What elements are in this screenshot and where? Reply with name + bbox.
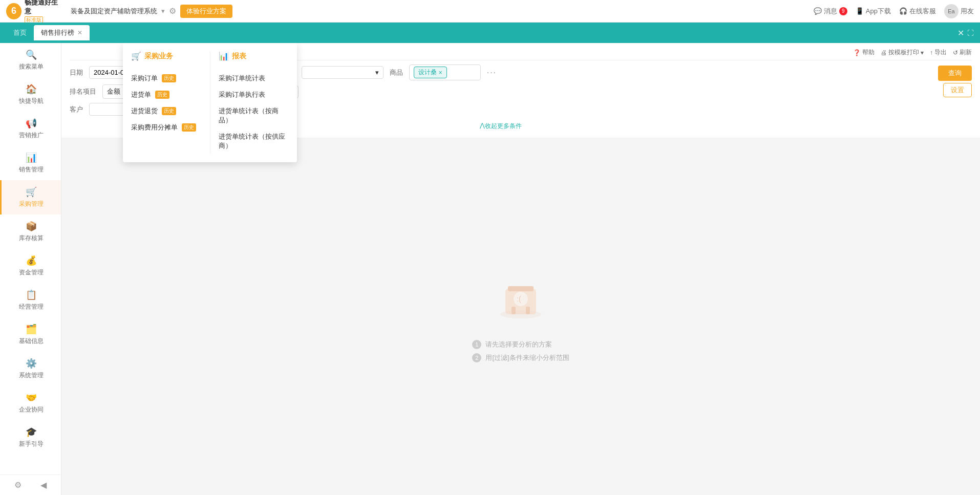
- logo-text: 畅捷通好生意 标准版: [25, 0, 62, 24]
- svg-rect-2: [508, 286, 534, 291]
- sidebar-item-enterprise[interactable]: 🤝 企业协同: [0, 386, 61, 420]
- sidebar-item-quick-nav[interactable]: 🏠 快捷导航: [0, 77, 61, 112]
- main-layout: 🔍 搜索菜单 🏠 快捷导航 📢 营销推广 📊 销售管理 🛒 采购管理 📦 库存核…: [0, 43, 980, 495]
- purchase-col: 🛒 采购业务 采购订单 历史 进货单 历史 进货退货: [131, 51, 202, 154]
- phone-icon: 📱: [856, 7, 864, 15]
- dropdown-purchase-order-exec[interactable]: 采购订单执行表: [219, 87, 289, 103]
- empty-illustration: :(: [490, 271, 551, 332]
- purchase-icon: 🛒: [26, 186, 37, 198]
- avatar: Ea: [944, 4, 958, 18]
- marketing-icon: 📢: [26, 118, 37, 129]
- online-service-btn[interactable]: 🎧 在线客服: [899, 7, 936, 16]
- sidebar: 🔍 搜索菜单 🏠 快捷导航 📢 营销推广 📊 销售管理 🛒 采购管理 📦 库存核…: [0, 43, 61, 495]
- setting-button[interactable]: 设置: [943, 83, 972, 97]
- report-col: 📊 报表 采购订单统计表 采购订单执行表 进货单统计表（按商品）: [219, 51, 289, 154]
- query-button[interactable]: 查询: [938, 66, 972, 81]
- collapse-icon: ⋀: [480, 122, 485, 131]
- inventory-icon: 📦: [26, 221, 37, 232]
- purchase-col-header: 🛒 采购业务: [131, 51, 202, 64]
- report-col-icon: 📊: [219, 51, 229, 61]
- sidebar-item-sales[interactable]: 📊 销售管理: [0, 146, 61, 180]
- dropdown-stock-in-stat-goods[interactable]: 进货单统计表（按商品）: [219, 103, 289, 128]
- messages-btn[interactable]: 💬 消息 9: [814, 7, 847, 16]
- user-menu-btn[interactable]: Ea 用友: [944, 4, 974, 18]
- doc-status-select[interactable]: ▾: [302, 66, 384, 79]
- hint-item-2: 2 用[过滤]条件来缩小分析范围: [472, 353, 569, 362]
- sidebar-item-guide[interactable]: 🎓 新手引导: [0, 420, 61, 455]
- sidebar-settings-btn[interactable]: ⚙: [14, 480, 22, 490]
- sidebar-item-system[interactable]: ⚙️ 系统管理: [0, 352, 61, 386]
- sidebar-collapse-btn[interactable]: ◀: [40, 480, 47, 490]
- history-badge-2: 历史: [155, 91, 169, 99]
- enterprise-icon: 🤝: [26, 392, 37, 403]
- sys-name: 装备及固定资产辅助管理系统: [71, 7, 157, 16]
- sidebar-item-operations[interactable]: 📋 经营管理: [0, 283, 61, 317]
- operations-icon: 📋: [26, 289, 37, 300]
- dropdown-purchase-order[interactable]: 采购订单 历史: [131, 70, 202, 87]
- hint-item-1: 1 请先选择要分析的方案: [472, 340, 569, 349]
- export-icon: ↑: [930, 49, 933, 56]
- search-icon: 🔍: [26, 49, 37, 60]
- dropdown-purchase-order-stat[interactable]: 采购订单统计表: [219, 70, 289, 87]
- capital-icon: 💰: [26, 255, 37, 266]
- sidebar-bottom: ⚙ ◀: [0, 475, 61, 495]
- customer-label: 客户: [70, 105, 83, 114]
- sidebar-item-capital[interactable]: 💰 资金管理: [0, 249, 61, 283]
- print-link[interactable]: 🖨 按模板打印 ▾: [881, 48, 924, 57]
- help-icon: ❓: [853, 49, 861, 56]
- headset-icon: 🎧: [899, 7, 907, 15]
- settings-icon[interactable]: ⚙: [169, 6, 176, 16]
- goods-tag: 设计桑 ×: [414, 67, 447, 78]
- history-badge-3: 历史: [162, 107, 176, 115]
- sidebar-item-purchase[interactable]: 🛒 采购管理: [0, 180, 61, 214]
- home-icon: 🏠: [26, 83, 37, 95]
- tab-close-all[interactable]: ✕: [957, 28, 964, 38]
- goods-field[interactable]: 设计桑 ×: [409, 64, 481, 80]
- sales-icon: 📊: [26, 152, 37, 163]
- guide-icon: 🎓: [26, 426, 37, 438]
- query-buttons: 查询 设置: [938, 64, 972, 133]
- sidebar-item-marketing[interactable]: 📢 营销推广: [0, 112, 61, 146]
- tab-maximize[interactable]: ⛶: [967, 29, 974, 37]
- goods-label: 商品: [390, 68, 403, 77]
- dropdown-purchase-fee[interactable]: 采购费用分摊单 历史: [131, 119, 202, 136]
- purchase-col-icon: 🛒: [131, 51, 141, 61]
- basic-info-icon: 🗂️: [26, 324, 37, 335]
- refresh-link[interactable]: ↺ 刷新: [953, 48, 972, 57]
- top-right: 💬 消息 9 📱 App下载 🎧 在线客服 Ea 用友: [814, 4, 974, 18]
- rank-label: 排名项目: [70, 87, 96, 96]
- system-icon: ⚙️: [26, 358, 37, 369]
- goods-tag-close[interactable]: ×: [439, 69, 442, 76]
- logo-icon: 6: [6, 3, 22, 19]
- tab-sales-rank[interactable]: 销售排行榜 ✕: [34, 25, 90, 40]
- svg-rect-6: [526, 307, 530, 314]
- industry-btn[interactable]: 体验行业方案: [180, 5, 232, 18]
- export-link[interactable]: ↑ 导出: [930, 48, 947, 57]
- tab-sales-rank-close[interactable]: ✕: [77, 29, 82, 36]
- history-badge-4: 历史: [182, 123, 196, 132]
- print-icon: 🖨: [881, 49, 887, 56]
- goods-more-btn[interactable]: ···: [487, 68, 497, 77]
- report-col-header: 📊 报表: [219, 51, 289, 64]
- sidebar-item-search[interactable]: 🔍 搜索菜单: [0, 43, 61, 77]
- tab-bar: 首页 销售排行榜 ✕ ✕ ⛶: [0, 23, 980, 43]
- help-link[interactable]: ❓ 帮助: [853, 48, 875, 57]
- dropdown-menu: 🛒 采购业务 采购订单 历史 进货单 历史 进货退货: [123, 43, 297, 162]
- message-icon: 💬: [814, 7, 822, 15]
- tab-home[interactable]: 首页: [6, 25, 34, 40]
- logo-area: 6 畅捷通好生意 标准版: [6, 0, 62, 24]
- dropdown-return-goods[interactable]: 进货退货 历史: [131, 103, 202, 119]
- dropdown-stock-in[interactable]: 进货单 历史: [131, 87, 202, 103]
- history-badge: 历史: [162, 74, 176, 82]
- dropdown-stock-in-stat-supplier[interactable]: 进货单统计表（按供应商）: [219, 128, 289, 154]
- app-download-btn[interactable]: 📱 App下载: [856, 7, 891, 16]
- refresh-icon: ↺: [953, 49, 958, 56]
- dropdown-columns: 🛒 采购业务 采购订单 历史 进货单 历史 进货退货: [131, 51, 289, 154]
- sidebar-item-basic-info[interactable]: 🗂️ 基础信息: [0, 317, 61, 352]
- sys-dropdown-arrow[interactable]: ▾: [161, 7, 165, 15]
- svg-rect-5: [512, 307, 516, 314]
- top-bar: 6 畅捷通好生意 标准版 装备及固定资产辅助管理系统 ▾ ⚙ 体验行业方案 💬 …: [0, 0, 980, 23]
- sidebar-item-inventory[interactable]: 📦 库存核算: [0, 214, 61, 249]
- dropdown-divider: [210, 51, 210, 154]
- tab-home-label: 首页: [13, 28, 27, 37]
